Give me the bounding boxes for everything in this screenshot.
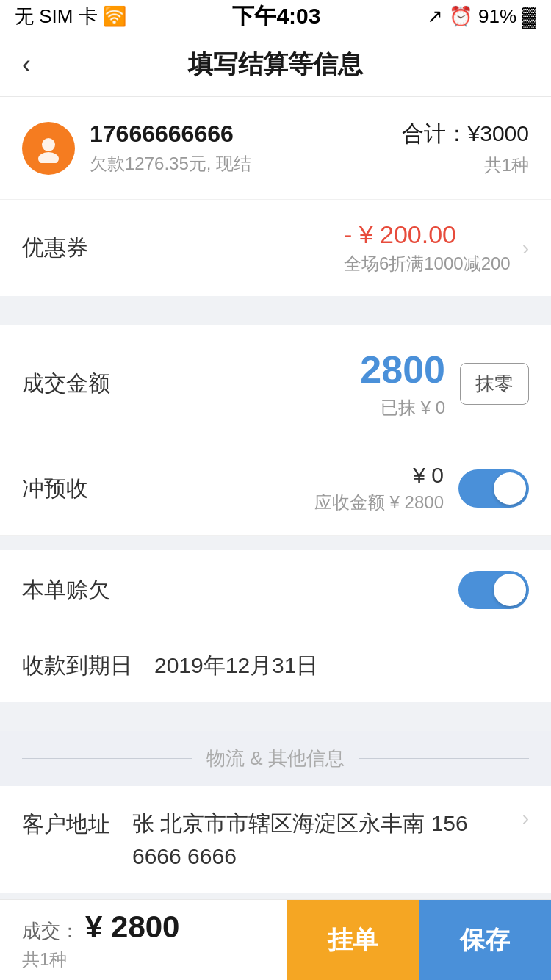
status-right: ↗ ⏰ 91% ▓ [427, 5, 536, 28]
chong-sub: 应收金额 ¥ 2800 [314, 491, 444, 514]
customer-total: 合计：¥3000 [402, 119, 529, 149]
customer-phone: 17666666666 [90, 120, 251, 148]
address-label: 客户地址 [22, 810, 110, 840]
bottom-info: 成交： ¥ 2800 共1种 [0, 909, 287, 971]
amount-value: 2800 [360, 347, 445, 392]
chevron-right-icon: › [522, 237, 529, 260]
gray-separator-1 [0, 311, 551, 325]
page-title: 填写结算等信息 [188, 48, 363, 82]
amount-row: 成交金额 2800 已抹 ¥ 0 抹零 [0, 325, 551, 442]
discount-value-wrap: - ¥ 200.00 全场6折满1000减200 [344, 220, 511, 275]
chong-right: ¥ 0 应收金额 ¥ 2800 [314, 463, 529, 514]
customer-count: 共1种 [402, 154, 529, 177]
discount-row[interactable]: 优惠券 - ¥ 200.00 全场6折满1000减200 › [0, 199, 551, 296]
toggle-knob [494, 472, 526, 505]
bendan-toggle-wrap [458, 571, 529, 609]
bottom-total-label: 成交： [22, 918, 79, 944]
battery-label: 91% [478, 5, 516, 28]
back-button[interactable]: ‹ [22, 49, 31, 80]
address-chevron-icon: › [522, 807, 529, 830]
discount-amount: - ¥ 200.00 [344, 220, 511, 249]
alarm-icon: ⏰ [449, 5, 472, 28]
bendan-label: 本单赊欠 [22, 575, 110, 605]
amount-label: 成交金额 [22, 369, 110, 399]
discount-label: 优惠券 [22, 233, 88, 263]
bendan-toggle[interactable] [458, 571, 529, 609]
status-bar: 无 SIM 卡 🛜 下午4:03 ↗ ⏰ 91% ▓ [0, 0, 551, 32]
bendan-toggle-knob [494, 574, 526, 606]
delivery-date: 2019年12月31日 [154, 651, 318, 681]
customer-left: 17666666666 欠款1276.35元, 现结 [22, 120, 251, 176]
bendan-row: 本单赊欠 [0, 550, 551, 630]
chong-toggle[interactable] [458, 469, 529, 508]
divider-line-right [359, 758, 529, 759]
bottom-amount-row: 成交： ¥ 2800 [22, 909, 264, 945]
status-time: 下午4:03 [232, 1, 320, 32]
divider-line-left [22, 758, 192, 759]
amount-value-wrap: 2800 已抹 ¥ 0 [360, 347, 445, 419]
discount-sub: 全场6折满1000减200 [344, 252, 511, 275]
bottom-bar: 成交： ¥ 2800 共1种 挂单 保存 [0, 899, 551, 980]
bendan-section: 本单赊欠 收款到期日 2019年12月31日 [0, 550, 551, 702]
amount-sub: 已抹 ¥ 0 [360, 396, 445, 419]
avatar [22, 122, 75, 175]
delivery-row: 收款到期日 2019年12月31日 [0, 630, 551, 702]
address-content: 张 北京市市辖区海淀区永丰南 156 6666 6666 [132, 807, 500, 873]
save-button[interactable]: 保存 [419, 900, 551, 981]
customer-debt: 欠款1276.35元, 现结 [90, 152, 251, 176]
chong-values: ¥ 0 应收金额 ¥ 2800 [314, 463, 444, 514]
content-area: 17666666666 欠款1276.35元, 现结 合计：¥3000 共1种 … [0, 97, 551, 980]
chong-label: 冲预收 [22, 474, 88, 504]
customer-section: 17666666666 欠款1276.35元, 现结 合计：¥3000 共1种 … [0, 97, 551, 296]
discount-right: - ¥ 200.00 全场6折满1000减200 › [344, 220, 529, 275]
chong-row: 冲预收 ¥ 0 应收金额 ¥ 2800 [0, 442, 551, 536]
divider-text: 物流 & 其他信息 [206, 746, 345, 771]
sim-label: 无 SIM 卡 🛜 [15, 4, 126, 29]
chong-toggle-wrap [458, 469, 529, 508]
svg-point-0 [42, 138, 55, 151]
location-icon: ↗ [427, 5, 443, 28]
bottom-amount-value: ¥ 2800 [85, 909, 179, 945]
hang-button[interactable]: 挂单 [287, 900, 419, 981]
bottom-count: 共1种 [22, 948, 264, 971]
amount-right: 2800 已抹 ¥ 0 抹零 [360, 347, 529, 419]
amount-section: 成交金额 2800 已抹 ¥ 0 抹零 冲预收 ¥ 0 应收金额 ¥ 2800 [0, 325, 551, 536]
round-button[interactable]: 抹零 [460, 363, 529, 405]
battery-icon: ▓ [522, 5, 536, 28]
customer-info: 17666666666 欠款1276.35元, 现结 [90, 120, 251, 176]
status-left: 无 SIM 卡 🛜 [15, 4, 126, 29]
section-divider: 物流 & 其他信息 [0, 731, 551, 786]
svg-point-1 [38, 152, 59, 163]
customer-right: 合计：¥3000 共1种 [402, 119, 529, 177]
address-row[interactable]: 客户地址 张 北京市市辖区海淀区永丰南 156 6666 6666 › [0, 786, 551, 893]
customer-row: 17666666666 欠款1276.35元, 现结 合计：¥3000 共1种 [0, 97, 551, 199]
gray-separator-2 [0, 536, 551, 550]
nav-bar: ‹ 填写结算等信息 [0, 32, 551, 97]
chong-amount: ¥ 0 [314, 463, 444, 488]
gray-separator-3 [0, 716, 551, 731]
delivery-label: 收款到期日 [22, 651, 132, 681]
